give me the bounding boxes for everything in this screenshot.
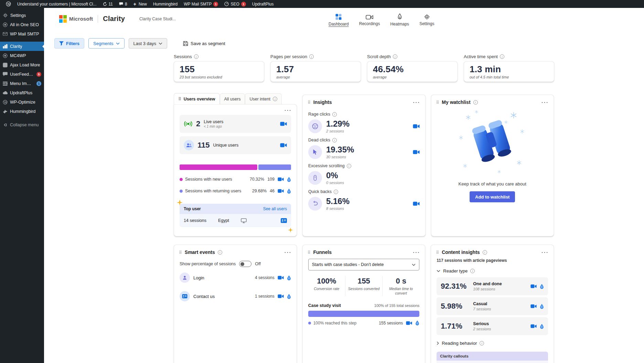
info-icon[interactable] bbox=[332, 138, 337, 142]
info-icon[interactable] bbox=[500, 54, 504, 59]
video-camera-icon[interactable] bbox=[278, 294, 284, 298]
info-icon[interactable] bbox=[218, 250, 222, 255]
video-camera-icon[interactable] bbox=[280, 121, 287, 126]
info-icon[interactable] bbox=[347, 164, 351, 168]
funnel-selector[interactable]: Starts with case studies - Don't delete bbox=[308, 259, 420, 270]
comments-indicator[interactable]: 8 bbox=[116, 0, 130, 8]
new-content-button[interactable]: New bbox=[130, 0, 150, 8]
video-camera-icon[interactable] bbox=[530, 304, 537, 308]
more-menu-button[interactable] bbox=[285, 249, 292, 255]
top-user-row[interactable]: 14 sessions Egypt bbox=[180, 214, 291, 227]
more-menu-button[interactable] bbox=[413, 99, 420, 105]
drag-handle-icon[interactable] bbox=[436, 249, 439, 255]
admin-bar-seo-link[interactable]: SEO 1 bbox=[221, 0, 249, 8]
info-icon[interactable] bbox=[393, 54, 397, 59]
admin-bar-hummingbird-link[interactable]: Hummingbird bbox=[150, 0, 181, 8]
tab-dashboard[interactable]: Dashboard bbox=[323, 13, 354, 26]
sidebar-item-updraftplus[interactable]: UpdraftPlus bbox=[0, 88, 44, 97]
heatmap-drop-icon[interactable] bbox=[415, 320, 419, 325]
more-menu-button[interactable] bbox=[541, 249, 549, 255]
info-icon[interactable] bbox=[273, 97, 277, 101]
drag-handle-icon[interactable] bbox=[308, 99, 311, 105]
info-icon[interactable] bbox=[483, 250, 487, 255]
chevron-down-icon bbox=[412, 264, 416, 266]
admin-bar-updraftplus-link[interactable]: UpdraftPlus bbox=[249, 0, 277, 8]
sidebar-item-mc4wp[interactable]: MC4WP bbox=[0, 51, 44, 60]
video-camera-icon[interactable] bbox=[280, 143, 287, 148]
insight-value: 19.35% bbox=[326, 145, 354, 154]
tab-recordings[interactable]: Recordings bbox=[354, 13, 385, 26]
sidebar-item-wp-optimize[interactable]: WP-Optimize bbox=[0, 97, 44, 107]
heatmap-drop-icon[interactable] bbox=[287, 177, 291, 182]
admin-bar-wp-mail-smtp-link[interactable]: WP Mail SMTP 1 bbox=[181, 0, 221, 8]
info-icon[interactable] bbox=[480, 341, 484, 345]
see-all-users-link[interactable]: See all users bbox=[263, 206, 287, 211]
percentage-toggle[interactable] bbox=[239, 261, 251, 267]
drag-handle-icon[interactable] bbox=[436, 99, 439, 105]
video-camera-icon[interactable] bbox=[413, 124, 420, 129]
sidebar-item-settings[interactable]: Settings bbox=[0, 11, 44, 20]
insight-sessions: 30 sessions bbox=[326, 155, 354, 159]
smart-event-contact-us[interactable]: Contact us 1 sessions bbox=[180, 288, 291, 304]
sidebar-item-wp-mail-smtp[interactable]: WP Mail SMTP bbox=[0, 29, 44, 39]
more-menu-button[interactable] bbox=[413, 249, 420, 255]
heatmap-drop-icon[interactable] bbox=[540, 284, 544, 289]
filters-button[interactable]: Filters bbox=[54, 38, 84, 49]
tab-settings[interactable]: Settings bbox=[414, 13, 439, 26]
video-camera-icon[interactable] bbox=[278, 189, 284, 193]
save-as-segment-button[interactable]: Save as segment bbox=[178, 38, 230, 49]
collapse-menu-button[interactable]: Collapse menu bbox=[0, 120, 44, 129]
video-camera-icon[interactable] bbox=[530, 324, 537, 328]
video-camera-icon[interactable] bbox=[278, 276, 284, 280]
drag-handle-icon[interactable] bbox=[308, 249, 311, 255]
heatmap-drop-icon[interactable] bbox=[287, 275, 291, 280]
tab-users-overview[interactable]: Users overview bbox=[174, 93, 220, 104]
reader-sessions: 108 sessions bbox=[473, 287, 502, 291]
tab-user-intent[interactable]: User intent bbox=[245, 93, 281, 104]
date-range-dropdown[interactable]: Last 3 days bbox=[129, 38, 168, 49]
tab-heatmaps[interactable]: Heatmaps bbox=[385, 13, 414, 26]
video-camera-icon[interactable] bbox=[278, 177, 284, 181]
watchlist-message: Keep track of what you care about bbox=[459, 181, 526, 186]
reading-behavior-expander[interactable]: Reading behavior bbox=[437, 339, 548, 348]
info-icon[interactable] bbox=[334, 190, 338, 194]
sidebar-item-hummingbird[interactable]: Hummingbird bbox=[0, 107, 44, 116]
updates-indicator[interactable]: 11 bbox=[100, 0, 116, 8]
unique-users-label: Unique users bbox=[213, 143, 239, 148]
project-selector[interactable]: Clarity Case Studi... bbox=[139, 17, 176, 21]
sidebar-item-userfeedback[interactable]: UserFeedback 5 bbox=[0, 70, 44, 79]
heatmap-drop-icon[interactable] bbox=[540, 304, 544, 309]
wordpress-logo-icon[interactable] bbox=[3, 0, 14, 8]
more-menu-button[interactable] bbox=[285, 107, 292, 113]
cloud-icon bbox=[3, 91, 8, 95]
screen: Understand your customers | Microsoft Cl… bbox=[0, 0, 644, 363]
smart-event-login[interactable]: Login 4 sessions bbox=[180, 270, 291, 286]
drag-handle-icon[interactable] bbox=[179, 249, 182, 255]
add-to-watchlist-button[interactable]: Add to watchlist bbox=[470, 191, 515, 202]
heatmap-drop-icon[interactable] bbox=[287, 294, 291, 299]
sidebar-item-all-in-one-seo[interactable]: All in One SEO bbox=[0, 20, 44, 29]
sidebar-item-clarity[interactable]: Clarity bbox=[0, 42, 44, 51]
more-menu-button[interactable] bbox=[541, 99, 549, 105]
reader-type-expander[interactable]: Reader type bbox=[437, 266, 548, 275]
filter-icon bbox=[59, 41, 64, 46]
info-icon[interactable] bbox=[309, 54, 314, 59]
video-camera-icon[interactable] bbox=[413, 201, 420, 206]
heatmap-drop-icon[interactable] bbox=[540, 324, 544, 329]
drag-handle-icon[interactable] bbox=[178, 97, 181, 102]
segments-dropdown[interactable]: Segments bbox=[88, 38, 125, 49]
heatmap-drop-icon[interactable] bbox=[287, 189, 291, 194]
tab-all-users[interactable]: All users bbox=[220, 93, 245, 104]
info-icon[interactable] bbox=[470, 269, 475, 273]
info-icon[interactable] bbox=[332, 112, 337, 117]
video-camera-icon[interactable] bbox=[530, 284, 537, 288]
sidebar-item-menu-image[interactable]: Menu Image 1 bbox=[0, 79, 44, 88]
card-title: Smart events bbox=[185, 249, 215, 255]
info-icon[interactable] bbox=[194, 54, 198, 59]
info-icon[interactable] bbox=[473, 100, 478, 105]
sidebar-item-ajax-load-more[interactable]: A Ajax Load More bbox=[0, 60, 44, 70]
video-camera-icon[interactable] bbox=[406, 321, 412, 325]
site-title-link[interactable]: Understand your customers | Microsoft Cl… bbox=[14, 0, 100, 8]
id-card-icon[interactable] bbox=[281, 218, 287, 223]
video-camera-icon[interactable] bbox=[413, 150, 420, 154]
